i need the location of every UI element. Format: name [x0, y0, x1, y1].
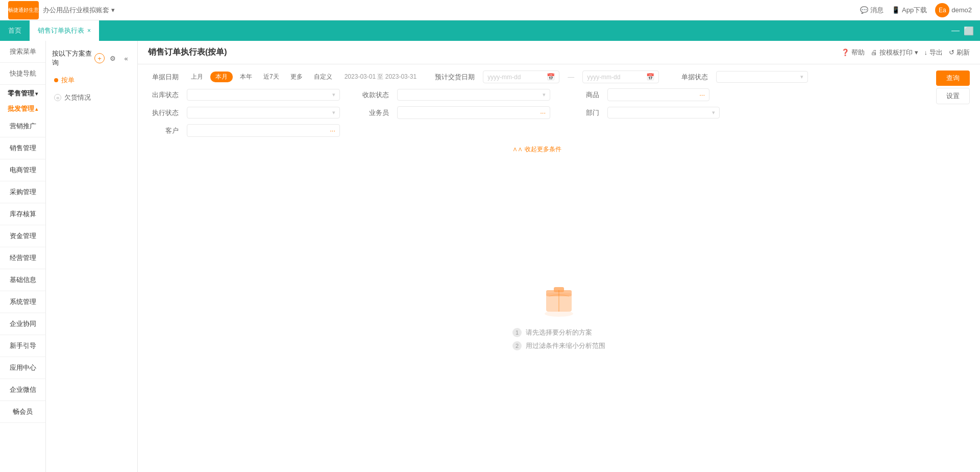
receipt-label: 收款状态	[358, 90, 389, 100]
box-svg-icon	[538, 279, 579, 320]
page-header: 销售订单执行表(按单) ❓ 帮助 🖨 按模板打印 ▾ ↓ 导出	[138, 41, 980, 64]
topbar-right: 💬 消息 📱 App下载 Ea demo2	[860, 3, 972, 17]
active-dot-icon	[54, 78, 58, 82]
sidebar-item-operation[interactable]: 经营管理	[0, 247, 45, 269]
help-icon: ❓	[841, 49, 849, 56]
status-label: 单据状态	[677, 73, 708, 82]
sidebar-item-appstore[interactable]: 应用中心	[0, 357, 45, 379]
sidebar-item-marketing[interactable]: 营销推广	[0, 115, 45, 137]
date-label: 单据日期	[148, 73, 179, 82]
filter-row-4: 客户 ···	[148, 124, 926, 137]
topbar-left: 畅捷通好生意 办公用品行业模拟账套 ▾	[8, 1, 115, 19]
date-btn-last-month[interactable]: 上月	[187, 71, 207, 83]
refresh-icon: ↺	[949, 49, 954, 56]
expected-date-end-input[interactable]: yyyy-mm-dd 📅	[582, 70, 659, 83]
calendar-icon: 📅	[547, 73, 555, 81]
expected-date-start-input[interactable]: yyyy-mm-dd 📅	[483, 70, 559, 83]
calendar-end-icon: 📅	[646, 73, 654, 81]
sidebar-item-wechat[interactable]: 企业微信	[0, 379, 45, 401]
date-btn-custom[interactable]: 自定义	[310, 71, 336, 83]
left-panel-title: 按以下方案查询	[52, 49, 94, 67]
outbound-label: 出库状态	[148, 90, 179, 100]
goods-ellipsis-icon[interactable]: ···	[699, 91, 705, 99]
empty-illustration	[538, 279, 579, 320]
date-btn-this-month[interactable]: 本月	[210, 72, 233, 82]
sidebar-search[interactable]: 搜索菜单	[0, 41, 45, 63]
dept-select[interactable]: ▾	[607, 107, 720, 119]
receipt-select[interactable]: ▾	[397, 89, 550, 101]
sidebar-item-system[interactable]: 系统管理	[0, 291, 45, 313]
scheme-item-by-order[interactable]: 按单	[46, 72, 137, 89]
sidebar-quick-nav[interactable]: 快捷导航	[0, 63, 45, 85]
date-range-display: 2023-03-01 至 2023-03-31	[345, 73, 416, 81]
collapse-bar[interactable]: ∧∧ 收起更多条件	[148, 142, 926, 157]
tab-close-icon[interactable]: ×	[87, 27, 91, 34]
help-button[interactable]: ❓ 帮助	[841, 48, 865, 57]
date-dash: —	[568, 73, 574, 81]
add-scheme-button[interactable]: +	[94, 53, 105, 63]
refresh-button[interactable]: ↺ 刷新	[949, 48, 970, 57]
salesperson-label: 业务员	[358, 108, 389, 117]
status-select[interactable]: ▾	[716, 71, 808, 83]
settings-button[interactable]: 设置	[936, 88, 970, 104]
salesperson-ellipsis-icon[interactable]: ···	[540, 109, 546, 116]
date-btn-7days[interactable]: 近7天	[259, 71, 283, 83]
dept-chevron-icon: ▾	[712, 109, 715, 116]
sidebar-item-ecommerce[interactable]: 电商管理	[0, 159, 45, 181]
tab-home[interactable]: 首页	[0, 20, 30, 41]
content: 按以下方案查询 + ⚙ « 按单 ○	[46, 41, 980, 472]
query-button[interactable]: 查询	[936, 70, 970, 86]
sidebar-item-guide[interactable]: 新手引导	[0, 335, 45, 357]
outbound-select[interactable]: ▾	[187, 89, 340, 101]
print-button[interactable]: 🖨 按模板打印 ▾	[871, 48, 918, 57]
filter-section: 单据日期 上月 本月 本年 近7天 更多 自定义 2023-03-01 至 20…	[138, 64, 980, 157]
exec-select[interactable]: ▾	[187, 107, 340, 119]
left-panel: 按以下方案查询 + ⚙ « 按单 ○	[46, 41, 138, 472]
tab-sales-order[interactable]: 销售订单执行表 ×	[30, 20, 99, 41]
sidebar-item-wholesale[interactable]: 批发管理 ▴	[0, 100, 45, 115]
chevron-down-icon: ▾	[35, 91, 38, 97]
sidebar-item-basic[interactable]: 基础信息	[0, 269, 45, 291]
goods-label: 商品	[569, 90, 599, 100]
breadcrumb: 办公用品行业模拟账套 ▾	[43, 6, 115, 15]
maximize-icon[interactable]: ⬜	[964, 26, 974, 36]
date-btn-more[interactable]: 更多	[286, 71, 307, 83]
app-download-button[interactable]: 📱 App下载	[892, 6, 927, 15]
phone-icon: 📱	[892, 6, 900, 14]
page-title: 销售订单执行表(按单)	[148, 47, 227, 58]
status-chevron-icon: ▾	[800, 74, 803, 80]
breadcrumb-arrow-icon[interactable]: ▾	[111, 6, 115, 14]
customer-input[interactable]: ···	[187, 124, 340, 137]
user-menu[interactable]: Ea demo2	[935, 3, 972, 17]
export-button[interactable]: ↓ 导出	[924, 48, 943, 57]
sidebar-item-purchase[interactable]: 采购管理	[0, 181, 45, 203]
collapse-panel-button[interactable]: «	[121, 53, 131, 63]
collapse-icon: «	[124, 55, 128, 62]
customer-label: 客户	[148, 126, 179, 135]
sidebar-item-sales[interactable]: 销售管理	[0, 137, 45, 159]
scheme-item-shortage[interactable]: ○ 欠货情况	[46, 89, 137, 106]
salesperson-input[interactable]: ···	[397, 106, 550, 119]
page-header-actions: ❓ 帮助 🖨 按模板打印 ▾ ↓ 导出 ↺ 刷新	[841, 48, 970, 57]
export-icon: ↓	[924, 49, 928, 56]
query-btn-group: 查询 设置	[936, 64, 980, 157]
tabbar-actions: — ⬜	[951, 26, 980, 36]
customer-ellipsis-icon[interactable]: ···	[330, 127, 335, 134]
sidebar-item-retail[interactable]: 零售管理 ▾	[0, 85, 45, 100]
settings-scheme-button[interactable]: ⚙	[108, 53, 118, 63]
sidebar-item-finance[interactable]: 资金管理	[0, 225, 45, 247]
filter-row-2: 出库状态 ▾ 收款状态 ▾ 商品	[148, 88, 926, 101]
filter-row-3: 执行状态 ▾ 业务员 ··· 部门	[148, 106, 926, 119]
sidebar-item-member[interactable]: 畅会员	[0, 401, 45, 423]
exec-chevron-icon: ▾	[332, 109, 335, 116]
date-btn-this-year[interactable]: 本年	[236, 71, 256, 83]
topbar: 畅捷通好生意 办公用品行业模拟账套 ▾ 💬 消息 📱 App下载 Ea demo…	[0, 0, 980, 20]
message-button[interactable]: 💬 消息	[860, 6, 884, 15]
exec-label: 执行状态	[148, 108, 179, 117]
goods-input[interactable]: ···	[607, 88, 709, 101]
sidebar-item-inventory[interactable]: 库存核算	[0, 203, 45, 225]
print-arrow-icon: ▾	[915, 49, 918, 56]
minimize-icon[interactable]: —	[951, 26, 960, 35]
sidebar-item-enterprise[interactable]: 企业协同	[0, 313, 45, 335]
empty-state: 1 请先选择要分析的方案 2 用过滤条件来缩小分析范围	[138, 157, 980, 472]
